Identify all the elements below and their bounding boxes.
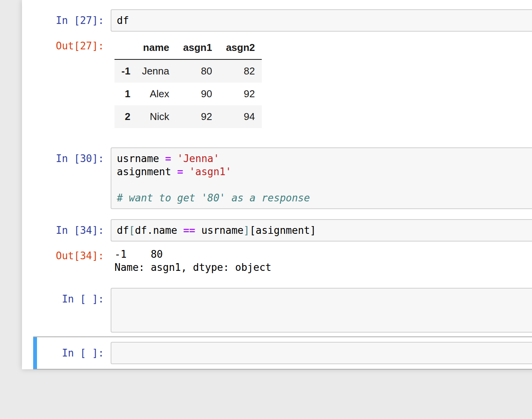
operator-token: = [177, 166, 184, 177]
inner-cell: usrname = 'Jenna' asignment = 'asgn1' # … [111, 147, 532, 209]
notebook-container: In [27]: df Out[27]: name asgn1 [22, 0, 532, 369]
code-editor[interactable] [111, 342, 532, 364]
dataframe-index: 1 [114, 83, 135, 105]
code-token: df [117, 225, 129, 236]
code-cell-27: In [27]: df Out[27]: name asgn1 [33, 5, 532, 135]
dataframe-cell: Alex [135, 83, 176, 105]
input-prompt: In [30]: [33, 147, 111, 209]
dataframe-header: asgn2 [219, 38, 262, 59]
dataframe-cell: 94 [219, 105, 262, 128]
inner-cell [111, 288, 532, 333]
dataframe-index: 2 [114, 105, 135, 128]
dataframe-row: -1 Jenna 80 82 [114, 59, 262, 83]
output-row: Out[27]: name asgn1 asgn2 [33, 35, 532, 131]
dataframe-index: -1 [114, 59, 135, 83]
inner-cell: df[df.name == usrname][asignment] [111, 219, 532, 242]
dataframe-cell: 90 [176, 83, 219, 105]
dataframe-row: 2 Nick 92 94 [114, 105, 262, 128]
output-wrapper: Out[27]: name asgn1 asgn2 [33, 35, 532, 131]
output-subarea: name asgn1 asgn2 -1 Jenna 80 82 [111, 35, 532, 131]
code-line: usrname = 'Jenna' [117, 152, 532, 165]
string-token: 'Jenna' [177, 153, 220, 164]
code-editor[interactable]: usrname = 'Jenna' asignment = 'asgn1' # … [111, 147, 532, 209]
dataframe-cell: 92 [219, 83, 262, 105]
code-token: df.name [135, 225, 183, 236]
inner-cell [111, 342, 532, 364]
code-cell-34: In [34]: df[df.name == usrname][asignmen… [33, 215, 532, 281]
code-line-blank [117, 178, 532, 191]
code-line-blank [117, 346, 532, 360]
code-editor[interactable]: df[df.name == usrname][asignment] [111, 219, 532, 242]
output-prompt: Out[34]: [33, 245, 111, 277]
output-subarea: -1 80 Name: asgn1, dtype: object [111, 245, 532, 277]
code-line: df[df.name == usrname][asignment] [117, 224, 532, 237]
inner-cell: df [111, 9, 532, 32]
code-cell-30: In [30]: usrname = 'Jenna' asignment = '… [33, 144, 532, 213]
output-row: Out[34]: -1 80 Name: asgn1, dtype: objec… [33, 245, 532, 277]
dataframe-cell: Jenna [135, 59, 176, 83]
dataframe-header: name [135, 38, 176, 59]
dataframe-cell: 82 [219, 59, 262, 83]
code-line: asignment = 'asgn1' [117, 165, 532, 178]
code-token: [asignment] [249, 225, 316, 236]
code-token [183, 166, 189, 177]
operator-token: == [183, 225, 195, 236]
dataframe-cell: 80 [176, 59, 219, 83]
notebook-page: { "colors": { "page_background": "#eaeae… [0, 0, 532, 419]
selected-code-cell[interactable]: In [ ]: [33, 336, 532, 370]
input-row: In [ ]: [33, 288, 532, 333]
series-line: Name: asgn1, dtype: object [114, 262, 271, 273]
dataframe-row: 1 Alex 90 92 [114, 83, 262, 105]
code-token: usrname [117, 153, 165, 164]
input-prompt: In [ ]: [33, 342, 111, 364]
input-prompt: In [ ]: [33, 288, 111, 333]
output-wrapper: Out[34]: -1 80 Name: asgn1, dtype: objec… [33, 245, 532, 277]
empty-code-cell: In [ ]: [33, 284, 532, 336]
input-row: In [27]: df [33, 9, 532, 32]
code-token: asignment [117, 166, 177, 177]
code-token: usrname [195, 225, 244, 236]
series-output: -1 80 Name: asgn1, dtype: object [114, 248, 532, 274]
code-line: df [117, 14, 532, 27]
string-token: 'asgn1' [189, 166, 232, 177]
dataframe-header: asgn1 [176, 38, 219, 59]
dataframe-cell: Nick [135, 105, 176, 128]
dataframe-corner [114, 38, 135, 59]
series-line: -1 80 [114, 248, 163, 260]
matched-bracket-token: ] [244, 225, 250, 236]
input-row: In [34]: df[df.name == usrname][asignmen… [33, 219, 532, 242]
code-editor[interactable]: df [111, 9, 532, 32]
output-prompt: Out[27]: [33, 35, 111, 131]
input-prompt: In [27]: [33, 9, 111, 32]
dataframe-table: name asgn1 asgn2 -1 Jenna 80 82 [114, 38, 262, 128]
input-row: In [ ]: [33, 342, 532, 364]
dataframe-cell: 92 [176, 105, 219, 128]
operator-token: = [165, 153, 171, 164]
matched-bracket-token: [ [129, 225, 135, 236]
dataframe-header-row: name asgn1 asgn2 [114, 38, 262, 59]
input-prompt: In [34]: [33, 219, 111, 242]
code-editor[interactable] [111, 288, 532, 333]
input-row: In [30]: usrname = 'Jenna' asignment = '… [33, 147, 532, 209]
comment-token: # want to get '80' as a response [117, 192, 310, 204]
code-token: df [117, 15, 129, 26]
code-line-blank [117, 292, 532, 328]
code-token [171, 153, 177, 164]
code-line: # want to get '80' as a response [117, 191, 532, 204]
